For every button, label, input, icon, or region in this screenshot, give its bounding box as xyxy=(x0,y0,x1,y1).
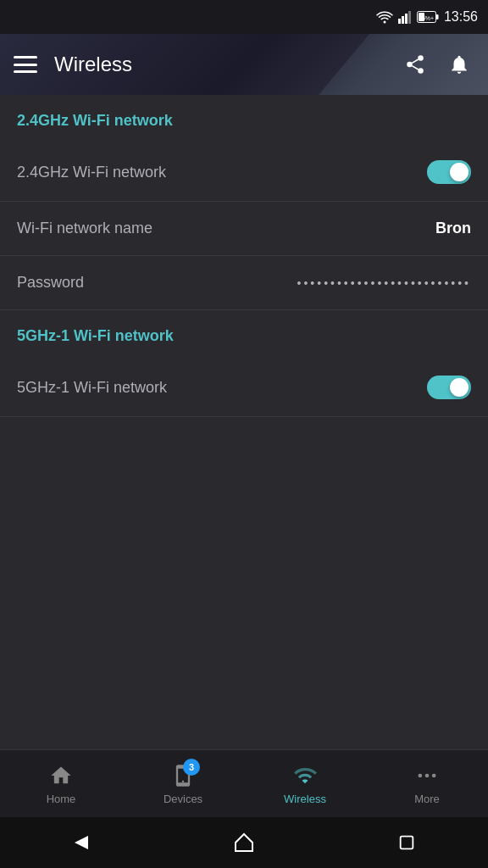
section-header-5ghz: 5GHz-1 Wi-Fi network xyxy=(0,310,488,359)
list-item-24ghz-toggle: 2.4GHz Wi-Fi network xyxy=(0,143,488,202)
page-title: Wireless xyxy=(54,53,400,76)
nav-label-devices: Devices xyxy=(164,793,202,805)
wireless-icon xyxy=(291,762,319,789)
nav-label-home: Home xyxy=(47,793,76,805)
app-header: Wireless xyxy=(0,34,488,95)
more-icon xyxy=(413,762,441,789)
svg-point-16 xyxy=(432,774,436,778)
status-bar: 35%+ 13:56 xyxy=(0,0,488,34)
label-wifi-name: Wi-Fi network name xyxy=(17,220,152,237)
android-nav-bar xyxy=(0,817,488,868)
status-time: 13:56 xyxy=(444,9,478,25)
svg-point-15 xyxy=(425,774,430,778)
signal-icon xyxy=(398,10,412,24)
home-button[interactable] xyxy=(225,824,263,861)
share-button[interactable] xyxy=(400,49,430,80)
svg-rect-4 xyxy=(408,11,411,24)
devices-icon: 3 xyxy=(169,762,197,789)
home-icon xyxy=(47,762,75,789)
value-password: •••••••••••••••••••••••••• xyxy=(297,276,471,290)
label-5ghz-toggle: 5GHz-1 Wi-Fi network xyxy=(17,379,167,397)
svg-text:35%+: 35%+ xyxy=(419,15,434,21)
toggle-5ghz[interactable] xyxy=(427,376,471,399)
content-area: 2.4GHz Wi-Fi network 2.4GHz Wi-Fi networ… xyxy=(0,95,488,749)
nav-label-more: More xyxy=(414,793,440,805)
nav-item-devices[interactable]: 3 Devices xyxy=(122,750,244,817)
notification-button[interactable] xyxy=(444,49,474,80)
value-wifi-name: Bron xyxy=(435,220,471,237)
list-item-5ghz-toggle: 5GHz-1 Wi-Fi network xyxy=(0,359,488,417)
svg-marker-17 xyxy=(75,836,88,849)
svg-rect-2 xyxy=(402,16,404,24)
label-24ghz-toggle: 2.4GHz Wi-Fi network xyxy=(17,164,166,181)
svg-rect-3 xyxy=(405,14,408,24)
menu-button[interactable] xyxy=(14,56,37,73)
list-item-password[interactable]: Password •••••••••••••••••••••••••• xyxy=(0,256,488,310)
svg-rect-7 xyxy=(436,14,439,19)
section-header-24ghz: 2.4GHz Wi-Fi network xyxy=(0,95,488,143)
battery-indicator: 35%+ xyxy=(417,11,439,23)
svg-marker-18 xyxy=(236,834,252,851)
svg-rect-1 xyxy=(398,19,401,24)
nav-item-home[interactable]: Home xyxy=(0,750,122,817)
svg-point-9 xyxy=(418,55,424,61)
svg-line-13 xyxy=(412,59,418,63)
bottom-nav: Home 3 Devices Wireless xyxy=(0,749,488,817)
back-button[interactable] xyxy=(63,824,100,861)
list-item-wifi-name[interactable]: Wi-Fi network name Bron xyxy=(0,202,488,256)
recent-button[interactable] xyxy=(388,824,425,861)
wifi-status-icon xyxy=(376,10,393,24)
header-actions xyxy=(400,49,474,80)
label-password: Password xyxy=(17,274,84,292)
devices-badge: 3 xyxy=(183,759,200,776)
nav-item-wireless[interactable]: Wireless xyxy=(244,750,366,817)
svg-point-14 xyxy=(419,774,423,778)
status-icons: 35%+ 13:56 xyxy=(376,9,478,25)
nav-item-more[interactable]: More xyxy=(366,750,488,817)
svg-rect-19 xyxy=(401,837,413,849)
svg-point-11 xyxy=(418,68,424,74)
svg-line-12 xyxy=(412,66,418,70)
svg-point-10 xyxy=(407,62,413,68)
nav-label-wireless: Wireless xyxy=(284,793,326,805)
svg-point-0 xyxy=(383,21,385,24)
toggle-24ghz[interactable] xyxy=(427,160,471,184)
